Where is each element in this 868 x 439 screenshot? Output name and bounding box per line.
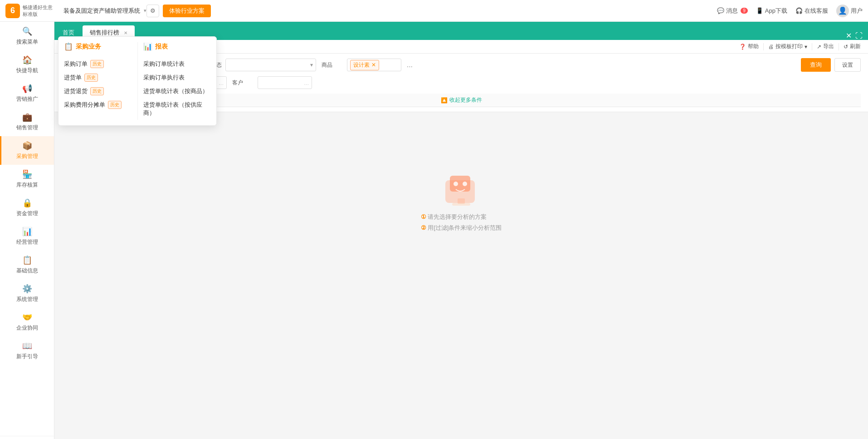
- goods-input[interactable]: 设计素 ✕: [347, 59, 401, 71]
- tabbar-expand-icon[interactable]: ⛶: [855, 32, 863, 40]
- topbar-right: 💬 消息 9 📱 App下载 🎧 在线客服 👤 用户: [717, 5, 863, 17]
- history-badge-3: 历史: [90, 87, 104, 95]
- finance-icon: 🔒: [22, 198, 32, 208]
- toolbar-sep2: [812, 43, 812, 50]
- company-icon: 🤝: [22, 312, 32, 322]
- customer-dots: ...: [304, 79, 309, 86]
- svg-point-3: [463, 182, 467, 186]
- sidebar-item-label: 资金管理: [16, 210, 38, 217]
- message-icon: 💬: [717, 7, 724, 14]
- stock-icon: 🏪: [22, 169, 32, 179]
- purchase-section-icon: 📋: [64, 42, 73, 51]
- goods-tag-close[interactable]: ✕: [371, 62, 376, 68]
- dropdown-reports-col: 📊 报表 采购订单统计表 采购订单执行表 进货单统计表（按商品） 进货单统计表（…: [137, 42, 217, 120]
- empty-hint1: ① 请先选择要分析的方案: [421, 213, 502, 221]
- message-button[interactable]: 💬 消息 9: [717, 7, 748, 15]
- sidebar-item-label: 经营管理: [16, 238, 38, 246]
- sidebar-item-sales[interactable]: 💼 销售管理: [0, 108, 54, 136]
- tab-close-icon[interactable]: ✕: [124, 30, 127, 35]
- message-badge: 9: [741, 8, 748, 14]
- empty-text: ① 请先选择要分析的方案 ② 用[过滤]条件来缩小分析范围: [421, 213, 502, 235]
- filter-dots[interactable]: ...: [407, 61, 413, 69]
- logo-line2: 标准版: [23, 11, 53, 17]
- customer-label: 客户: [232, 79, 255, 87]
- export-icon: ↗: [817, 44, 821, 50]
- reports-section-icon: 📊: [143, 42, 152, 51]
- sidebar-item-label: 快捷导航: [16, 67, 38, 74]
- sidebar-bottom: ⚙ ◀: [0, 436, 54, 439]
- online-service-button[interactable]: 🎧 在线客服: [795, 7, 828, 15]
- dropdown-item-purchase-order[interactable]: 采购订单 历史: [64, 57, 132, 71]
- dropdown-item-purchase-return[interactable]: 进货退货 历史: [64, 84, 132, 98]
- refresh-button[interactable]: ↺ 刷新: [844, 43, 861, 50]
- home-icon: 🏠: [22, 55, 32, 65]
- empty-illustration: [439, 171, 484, 207]
- filter-actions: 查询 设置: [801, 58, 861, 72]
- industry-button[interactable]: 体验行业方案: [163, 5, 211, 17]
- sidebar-item-label: 基础信息: [16, 267, 38, 275]
- status-filter: 单据状态 ▾: [200, 59, 316, 71]
- toolbar-sep3: [839, 43, 839, 50]
- export-button[interactable]: ↗ 导出: [817, 43, 834, 50]
- tabbar-close-icon[interactable]: ✕: [846, 31, 852, 40]
- sidebar-item-finance[interactable]: 🔒 资金管理: [0, 193, 54, 222]
- sidebar-item-guide[interactable]: 📖 新手引导: [0, 336, 54, 365]
- topbar: 6 畅捷通好生意 标准版 装备及固定资产辅助管理系统 ▾ ⚙ 体验行业方案 💬 …: [0, 0, 868, 22]
- toolbar-sep1: [763, 43, 764, 50]
- logo-icon: 6: [5, 4, 20, 18]
- setting-button[interactable]: 设置: [834, 58, 861, 72]
- sidebar-item-marketing[interactable]: 📢 营销推广: [0, 79, 54, 108]
- sidebar-item-system[interactable]: ⚙️ 系统管理: [0, 279, 54, 308]
- print-template-button[interactable]: 🖨 按模板打印 ▾: [768, 43, 807, 50]
- sidebar: 🔍 搜索菜单 🏠 快捷导航 📢 营销推广 💼 销售管理 📦 采购管理 🏪 库存核…: [0, 22, 54, 439]
- sidebar-item-label: 新手引导: [16, 353, 38, 360]
- dropdown-item-purchase-stock[interactable]: 进货单 历史: [64, 71, 132, 84]
- dropdown-cols: 📋 采购业务 采购订单 历史 进货单 历史 进货退货 历史 采购费用分摊单 历史: [59, 42, 216, 120]
- status-input[interactable]: ▾: [225, 59, 316, 71]
- sidebar-item-quick[interactable]: 🏠 快捷导航: [0, 50, 54, 79]
- dropdown-item-purchase-cost[interactable]: 采购费用分摊单 历史: [64, 98, 132, 112]
- history-badge-2: 历史: [84, 74, 98, 82]
- guide-icon: 📖: [22, 341, 32, 351]
- history-badge-4: 历史: [108, 101, 122, 109]
- user-button[interactable]: 👤 用户: [836, 5, 863, 17]
- collapse-icon: 🔼: [441, 97, 448, 104]
- settings-icon[interactable]: ⚙: [146, 5, 159, 17]
- dropdown-item-report-4[interactable]: 进货单统计表（按供应商）: [143, 98, 211, 120]
- empty-state: ① 请先选择要分析的方案 ② 用[过滤]条件来缩小分析范围: [54, 112, 868, 294]
- svg-rect-1: [450, 176, 470, 192]
- phone-icon: 📱: [756, 7, 763, 14]
- marketing-icon: 📢: [22, 84, 32, 94]
- print-arrow-icon: ▾: [805, 44, 807, 50]
- tab-sales-rank-label: 销售排行榜: [90, 29, 119, 37]
- refresh-icon: ↺: [844, 44, 848, 50]
- sidebar-item-company[interactable]: 🤝 企业协同: [0, 308, 54, 336]
- sidebar-item-basic[interactable]: 📋 基础信息: [0, 251, 54, 279]
- help-icon: ❓: [739, 44, 746, 50]
- sidebar-item-purchase[interactable]: 📦 采购管理: [0, 136, 54, 165]
- sidebar-item-label: 采购管理: [16, 153, 38, 160]
- sidebar-item-label: 营销推广: [16, 95, 38, 103]
- basic-icon: 📋: [22, 255, 32, 265]
- customer-filter: 客户 ...: [232, 76, 312, 89]
- dropdown-item-report-1[interactable]: 采购订单统计表: [143, 57, 211, 71]
- svg-point-2: [454, 182, 458, 186]
- svg-rect-5: [452, 203, 470, 206]
- dropdown-item-report-2[interactable]: 采购订单执行表: [143, 71, 211, 84]
- sidebar-item-operation[interactable]: 📊 经营管理: [0, 222, 54, 251]
- system-name: 装备及固定资产辅助管理系统 ▾: [63, 7, 146, 15]
- search-button[interactable]: 查询: [801, 58, 831, 72]
- sidebar-item-label: 销售管理: [16, 124, 38, 132]
- sidebar-item-stock[interactable]: 🏪 库存核算: [0, 165, 54, 193]
- customer-input[interactable]: ...: [258, 76, 312, 89]
- avatar: 👤: [836, 5, 849, 17]
- dropdown-reports-title: 📊 报表: [143, 42, 211, 53]
- tab-home-label: 首页: [63, 29, 74, 37]
- app-download-button[interactable]: 📱 App下载: [756, 7, 787, 15]
- sidebar-item-search[interactable]: 🔍 搜索菜单: [0, 22, 54, 50]
- goods-tag: 设计素 ✕: [350, 60, 379, 70]
- salesman-dots: ...: [219, 79, 224, 86]
- help-button[interactable]: ❓ 帮助: [739, 43, 759, 50]
- empty-hint2: ② 用[过滤]条件来缩小分析范围: [421, 224, 502, 232]
- dropdown-item-report-3[interactable]: 进货单统计表（按商品）: [143, 84, 211, 98]
